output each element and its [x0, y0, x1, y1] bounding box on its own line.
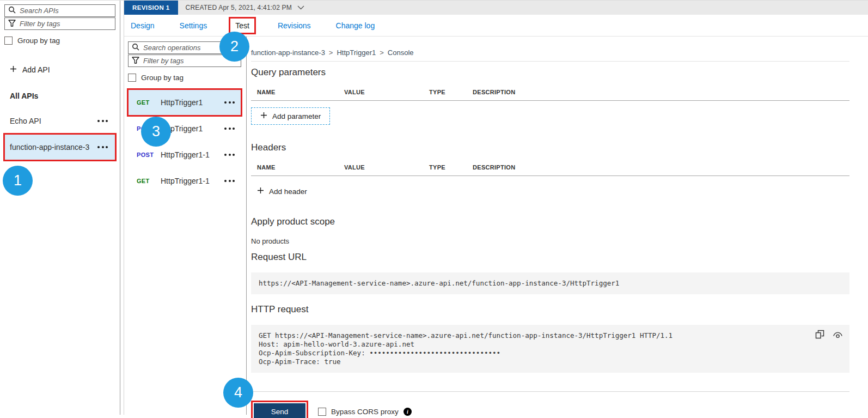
chevron-down-icon[interactable] — [297, 5, 304, 10]
search-apis-box[interactable] — [4, 4, 115, 17]
query-parameters-heading: Query parameters — [251, 67, 849, 78]
revision-bar: REVISION 1 CREATED Apr 5, 2021, 4:41:02 … — [124, 1, 868, 15]
bypass-cors-checkbox[interactable] — [318, 408, 326, 416]
group-by-tag-label: Group by tag — [17, 37, 60, 45]
filter-icon — [132, 56, 139, 66]
more-options-icon[interactable] — [223, 178, 236, 184]
more-options-icon[interactable] — [223, 125, 236, 132]
search-icon — [8, 6, 16, 16]
bypass-cors-label: Bypass CORS proxy — [331, 408, 399, 416]
product-scope-heading: Apply product scope — [251, 216, 849, 227]
headers-table-header: NAME VALUE TYPE DESCRIPTION — [251, 164, 849, 176]
group-by-tag-checkbox[interactable] — [128, 74, 136, 82]
copy-icon[interactable] — [815, 330, 824, 339]
api-name: Echo API — [10, 117, 41, 125]
operation-post-httptrigger1[interactable]: POST HttpTrigger1 — [128, 116, 241, 142]
search-operations-input[interactable] — [143, 44, 237, 52]
breadcrumb: function-app-instance-3 > HttpTrigger1 >… — [251, 37, 849, 62]
group-by-tag-checkbox[interactable] — [4, 37, 13, 45]
operation-post-httptrigger1-1[interactable]: POST HttpTrigger1-1 — [128, 142, 241, 168]
method-badge: GET — [137, 99, 161, 106]
search-apis-input[interactable] — [20, 7, 112, 15]
all-apis-heading: All APIs — [10, 92, 115, 100]
test-tab-highlight: Test — [229, 17, 256, 34]
tab-revisions[interactable]: Revisions — [278, 21, 311, 30]
filter-tags-box[interactable] — [4, 17, 115, 30]
revision-created-text: CREATED Apr 5, 2021, 4:41:02 PM — [186, 4, 292, 11]
tab-settings[interactable]: Settings — [180, 21, 207, 30]
breadcrumb-operation[interactable]: HttpTrigger1 — [337, 49, 376, 57]
bypass-cors-row: Bypass CORS proxy i — [318, 408, 412, 416]
test-console: function-app-instance-3 > HttpTrigger1 >… — [247, 37, 868, 415]
operations-panel: Group by tag GET HttpTrigger1 POST HttpT… — [124, 37, 247, 415]
search-operations-box[interactable] — [128, 41, 241, 54]
add-api-button[interactable]: Add API — [10, 65, 115, 74]
api-name: function-app-instance-3 — [10, 143, 89, 152]
filter-operations-tags-box[interactable] — [128, 54, 241, 67]
group-by-tag-row: Group by tag — [4, 37, 115, 45]
operation-get-httptrigger1[interactable]: GET HttpTrigger1 — [128, 89, 241, 116]
info-icon[interactable]: i — [404, 408, 412, 416]
more-options-icon[interactable] — [96, 118, 109, 124]
api-tabs: Design Settings Test Revisions Change lo… — [124, 15, 868, 37]
send-button[interactable]: Send — [254, 403, 305, 418]
breadcrumb-api[interactable]: function-app-instance-3 — [251, 49, 325, 57]
http-request-code: GET https://<API-Management-service-name… — [251, 325, 849, 373]
reveal-eye-icon[interactable] — [833, 331, 843, 338]
tab-design[interactable]: Design — [131, 21, 155, 30]
apim-test-page: Group by tag Add API All APIs Echo API f… — [0, 0, 868, 418]
search-icon — [132, 43, 139, 53]
operations-list: GET HttpTrigger1 POST HttpTrigger1 POST … — [128, 89, 241, 194]
more-options-icon[interactable] — [223, 99, 236, 106]
more-options-icon[interactable] — [223, 152, 236, 158]
add-header-button[interactable]: Add header — [254, 183, 310, 200]
api-detail-region: REVISION 1 CREATED Apr 5, 2021, 4:41:02 … — [124, 1, 868, 415]
plus-icon — [257, 187, 264, 196]
api-sidebar: Group by tag Add API All APIs Echo API f… — [0, 1, 120, 415]
filter-icon — [8, 19, 16, 29]
headers-heading: Headers — [251, 142, 849, 153]
filter-operations-tags-input[interactable] — [143, 57, 237, 65]
api-list: Echo API function-app-instance-3 — [4, 108, 115, 160]
add-api-label: Add API — [22, 65, 50, 74]
method-badge: GET — [137, 178, 161, 184]
api-item-function-app-instance-3[interactable]: function-app-instance-3 — [4, 134, 115, 160]
tab-test[interactable]: Test — [235, 21, 249, 30]
plus-icon — [260, 112, 267, 120]
revision-badge: REVISION 1 — [124, 1, 178, 15]
request-url-heading: Request URL — [251, 252, 849, 263]
method-badge: POST — [137, 125, 161, 132]
http-request-heading: HTTP request — [251, 304, 849, 315]
plus-icon — [10, 65, 17, 74]
operation-get-httptrigger1-1[interactable]: GET HttpTrigger1-1 — [128, 168, 241, 194]
query-parameters-table-header: NAME VALUE TYPE DESCRIPTION — [251, 89, 849, 101]
request-url-value: https://<API-Management-service-name>.az… — [251, 272, 849, 294]
add-parameter-button[interactable]: Add parameter — [251, 107, 330, 125]
tab-change-log[interactable]: Change log — [336, 21, 375, 30]
operations-group-by-tag-row: Group by tag — [128, 74, 241, 82]
console-footer: Send Bypass CORS proxy i — [251, 391, 849, 418]
send-button-highlight: Send — [251, 401, 308, 418]
more-options-icon[interactable] — [96, 144, 109, 150]
filter-tags-input[interactable] — [20, 20, 112, 28]
api-item-echo-api[interactable]: Echo API — [4, 108, 115, 134]
no-products-text: No products — [251, 237, 849, 245]
method-badge: POST — [137, 152, 161, 158]
breadcrumb-console: Console — [388, 49, 414, 57]
group-by-tag-label: Group by tag — [141, 74, 184, 82]
